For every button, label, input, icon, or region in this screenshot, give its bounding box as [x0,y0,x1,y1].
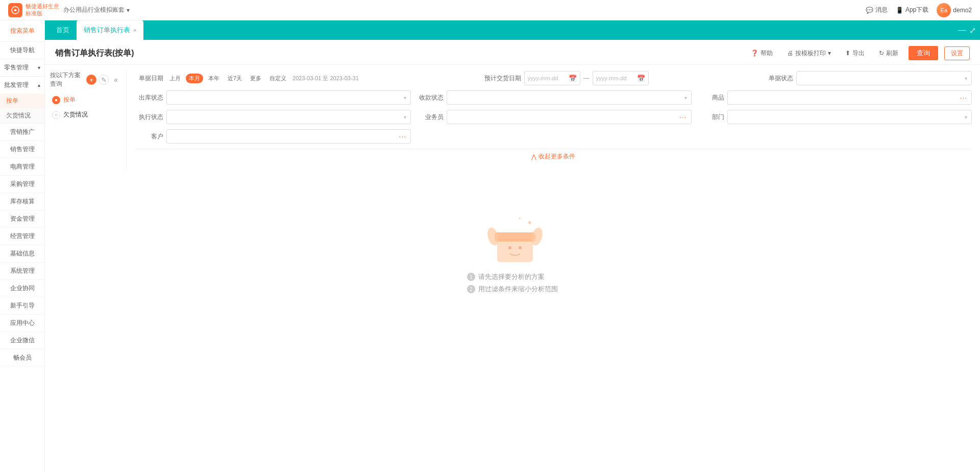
calendar-icon-2: 📅 [637,75,645,82]
breadcrumb[interactable]: 办公用品行业模拟账套 ▾ [63,6,130,14]
filter-row-2: 出库状态 ▾ 收款状态 ▾ [135,90,972,105]
doc-status-select[interactable]: ▾ [796,71,972,85]
custom-button[interactable]: 自定义 [266,74,289,83]
this-year-button[interactable]: 本年 [205,74,223,83]
page-actions: ❓ 帮助 🖨 按模板打印 ▾ ⬆ 导出 ↻ [747,46,970,60]
this-month-button[interactable]: 本月 [186,74,203,83]
svg-rect-2 [495,232,535,242]
scheme-inactive-icon: ○ [52,111,60,119]
export-button[interactable]: ⬆ 导出 [841,47,869,60]
sidebar-item-finance[interactable]: 资金管理 [0,210,44,228]
sidebar-item-operation[interactable]: 经营管理 [0,228,44,245]
tab-controls: — ⤢ [958,26,976,35]
chevron-down-icon: ▾ [404,95,406,101]
top-header: 畅捷通好生意 标准版 办公用品行业模拟账套 ▾ 💬 消息 📱 App下载 Ea … [0,0,980,20]
empty-text-item-2: 2 用过滤条件来缩小分析范围 [467,285,558,294]
sidebar-item-member[interactable]: 畅会员 [0,349,44,367]
scheme-item-欠货情况[interactable]: ○ 欠货情况 [50,107,121,122]
tab-close-button[interactable]: × [133,28,136,33]
settings-button[interactable]: 设置 [944,46,970,60]
collection-status-label: 收款状态 [415,93,444,102]
sidebar-item-inventory[interactable]: 库存核算 [0,193,44,210]
filter-scheme-panel: 按以下方案查询 + ✎ « ● 按单 ○ [45,71,127,170]
delivery-status-select[interactable]: ▾ [166,90,411,105]
customer-input[interactable]: ··· [166,129,411,144]
tab-home[interactable]: 首页 [49,20,77,40]
delivery-to-input[interactable]: yyyy-mm-dd 📅 [593,71,649,85]
chevron-down-icon: ▾ [965,114,967,120]
print-icon: 🖨 [787,50,793,57]
doc-date-label: 单据日期 [135,74,163,83]
collection-status-select[interactable]: ▾ [447,90,691,105]
app-download-button[interactable]: 📱 App下载 [896,6,928,14]
help-button[interactable]: ❓ 帮助 [747,47,777,60]
edit-scheme-button[interactable]: ✎ [99,75,109,85]
tab-sales-order[interactable]: 销售订单执行表 × [77,20,143,40]
salesperson-input[interactable]: ··· [447,110,691,124]
filter-row-1: 单据日期 上月 本月 本年 近7天 更多 自定义 2023-03-01 至 20… [135,71,972,85]
user-menu-button[interactable]: Ea demo2 [937,3,972,17]
calendar-icon: 📅 [569,75,577,82]
collapse-conditions-button[interactable]: ⋀ 收起更多条件 [531,152,575,161]
more-icon-salesperson: ··· [679,113,687,121]
last7-button[interactable]: 近7天 [225,74,245,83]
sidebar-item-sales[interactable]: 销售管理 [0,141,44,158]
search-menu-button[interactable]: 搜索菜单 [3,25,41,37]
sidebar-item-wholesale[interactable]: 批发管理 ▴ [0,77,44,93]
help-icon: ❓ [751,50,758,57]
goods-group: 商品 ··· [696,90,972,105]
collapse-window-button[interactable]: — [958,26,966,35]
sidebar-item-quick-nav[interactable]: 快捷导航 [0,42,44,59]
sidebar-item-wechat[interactable]: 企业微信 [0,332,44,349]
dept-label: 部门 [696,113,724,122]
svg-rect-1 [497,239,533,262]
sidebar-item-retail[interactable]: 零售管理 ▾ [0,59,44,76]
sidebar-item-purchase[interactable]: 采购管理 [0,176,44,193]
refresh-icon: ↻ [879,50,884,57]
sidebar-item-newbie[interactable]: 新手引导 [0,297,44,315]
collection-status-group: 收款状态 ▾ [415,90,691,105]
salesperson-label: 业务员 [415,113,444,122]
exec-status-select[interactable]: ▾ [166,110,411,124]
main-layout: 搜索菜单 快捷导航 零售管理 ▾ 批发管理 ▴ 按单 欠货情况 营销推广 销售管… [0,20,980,472]
sidebar-item-按单[interactable]: 按单 [0,93,44,108]
collapse-row: ⋀ 收起更多条件 [135,149,972,164]
more-button[interactable]: 更多 [247,74,264,83]
more-icon-customer: ··· [399,132,407,140]
goods-input[interactable]: ··· [727,90,972,105]
refresh-button[interactable]: ↻ 刷新 [875,47,902,60]
delivery-status-group: 出库状态 ▾ [135,90,411,105]
date-separator: — [583,75,590,82]
query-button[interactable]: 查询 [909,46,938,60]
add-scheme-button[interactable]: + [86,75,96,85]
logo-area: 畅捷通好生意 标准版 [8,3,59,17]
sidebar-item-ecommerce[interactable]: 电商管理 [0,158,44,176]
date-range-text: 2023-03-01 至 2023-03-31 [292,75,359,82]
message-button[interactable]: 💬 消息 [866,6,888,14]
customer-label: 客户 [135,132,163,141]
filter-row-4: 客户 ··· [135,129,972,144]
sidebar-item-appstore[interactable]: 应用中心 [0,315,44,332]
goods-label: 商品 [696,93,724,102]
scheme-item-按单[interactable]: ● 按单 [50,92,121,107]
sidebar-item-system[interactable]: 系统管理 [0,263,44,280]
last-month-button[interactable]: 上月 [166,74,184,83]
collapse-scheme-button[interactable]: « [111,75,121,85]
filter-row-3: 执行状态 ▾ 业务员 ··· [135,110,972,124]
chevron-up-icon: ▴ [38,82,40,88]
scheme-active-icon: ● [52,96,60,104]
sidebar-item-enterprise[interactable]: 企业协同 [0,280,44,297]
empty-state: ✦ ✦ 1 请先选择要分析的方案 2 用过滤条件来缩小分析范围 [45,170,980,338]
sidebar-item-marketing[interactable]: 营销推广 [0,124,44,141]
chevron-down-icon: ▾ [965,76,967,81]
sidebar: 搜索菜单 快捷导航 零售管理 ▾ 批发管理 ▴ 按单 欠货情况 营销推广 销售管… [0,20,45,472]
delivery-from-input[interactable]: yyyy-mm-dd 📅 [524,71,580,85]
maximize-window-button[interactable]: ⤢ [969,26,976,35]
page-title-bar: 销售订单执行表(按单) ❓ 帮助 🖨 按模板打印 ▾ ⬆ [45,40,980,65]
template-print-button[interactable]: 🖨 按模板打印 ▾ [783,47,835,60]
step-2-badge: 2 [467,285,475,293]
sidebar-item-欠货情况[interactable]: 欠货情况 [0,108,44,123]
phone-icon: 📱 [896,7,903,14]
sidebar-item-basic[interactable]: 基础信息 [0,245,44,263]
dept-select[interactable]: ▾ [727,110,972,124]
